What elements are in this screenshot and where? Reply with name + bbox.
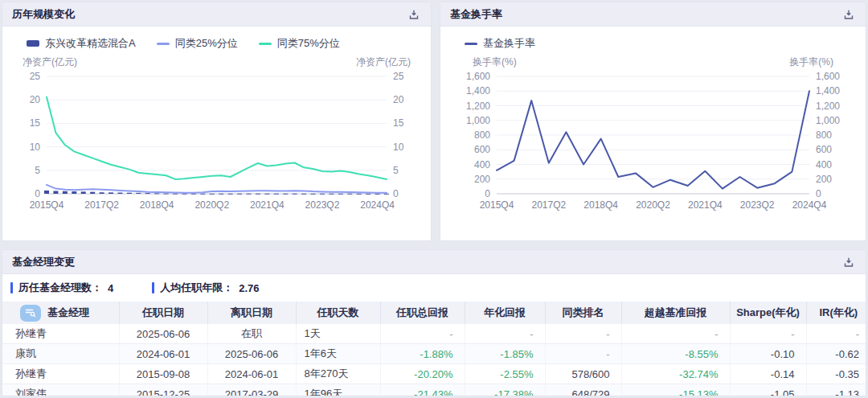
bar [329, 194, 334, 195]
legend-swatch-icon [465, 43, 477, 45]
table-row[interactable]: 刘家伟2015-12-252017-03-291年96天-21.43%-17.3… [2, 384, 866, 397]
y-tick-label: 600 [816, 144, 832, 155]
table-cell: -0.62 [806, 344, 866, 364]
table-cell: - [730, 324, 806, 344]
table-cell: - [545, 324, 621, 344]
download-button-turnover[interactable] [841, 7, 856, 22]
y-tick-label: 10 [393, 142, 404, 153]
bar [357, 194, 362, 195]
table-cell: 1年6天 [296, 344, 380, 364]
table-cell: 8年270天 [296, 364, 380, 384]
y-tick-label: 0 [35, 188, 40, 199]
table-head: 基金经理任职日期离职日期任职天数任职总回报年化回报同类排名超越基准回报Sharp… [2, 302, 866, 324]
panel-scale-body: 东兴改革精选混合A同类25%分位同类75%分位 净资产(亿元)净资产(亿元)00… [2, 27, 431, 226]
column-header: 任职天数 [296, 302, 380, 324]
table-cell: -1.13 [806, 384, 866, 397]
y-tick-label: 25 [393, 71, 404, 82]
y-tick-label: 5 [35, 165, 40, 176]
manager-stats: 历任基金经理数： 4 人均任职年限： 2.76 [2, 274, 866, 302]
table-cell: -15.13% [621, 384, 730, 397]
table-cell: -2.55% [465, 364, 545, 384]
panel-title-manager: 基金经理变更 [12, 255, 75, 269]
bar [154, 193, 159, 194]
bar [219, 194, 223, 195]
table-cell: -32.74% [621, 364, 730, 384]
x-tick-label: 2021Q4 [688, 199, 723, 211]
y-tick-label: 1,400 [816, 85, 840, 96]
y-tick-label: 400 [474, 159, 490, 170]
table-cell: - [545, 344, 621, 364]
bar [256, 194, 260, 195]
y-tick-label: 1,600 [816, 71, 840, 82]
table-cell: - [806, 324, 866, 344]
column-header: IR(年化) [806, 302, 866, 324]
table-cell: 578/600 [545, 364, 621, 384]
table-cell: 康凯 [2, 344, 119, 364]
legend-label: 基金换手率 [483, 36, 535, 51]
legend-item[interactable]: 基金换手率 [465, 36, 535, 51]
y-axis-name-right: 换手率(%) [789, 56, 833, 68]
legend-item[interactable]: 同类25%分位 [157, 36, 238, 51]
table-cell: - [465, 324, 545, 344]
table-cell: 2015-12-25 [119, 384, 207, 397]
bar [145, 193, 150, 194]
legend-swatch-icon [27, 40, 39, 47]
table-cell: 2025-06-06 [119, 324, 207, 344]
legend-label: 东兴改革精选混合A [45, 36, 136, 51]
y-tick-label: 600 [474, 144, 490, 155]
table-cell: 2024-06-01 [119, 344, 207, 364]
stat-value: 4 [108, 282, 113, 294]
bar [338, 194, 343, 195]
column-header: Sharpe(年化) [730, 302, 806, 324]
y-tick-label: 0 [816, 188, 821, 199]
y-tick-label: 1,200 [466, 101, 490, 112]
bar [72, 191, 76, 194]
table-cell: 648/729 [545, 384, 621, 397]
bar [384, 194, 389, 195]
y-tick-label: 20 [30, 94, 41, 105]
stat-accent-bar [10, 282, 13, 293]
column-header-label: 基金经理 [47, 306, 89, 320]
y-tick-label: 5 [393, 165, 399, 176]
y-tick-label: 10 [30, 142, 41, 153]
y-tick-label: 1,600 [466, 71, 490, 82]
table-body: 孙继青2025-06-06在职1天------康凯2024-06-012025-… [2, 324, 866, 396]
turnover-chart: 换手率(%)换手率(%)002002004004006006008008001,… [440, 52, 866, 223]
column-header: 任职日期 [119, 302, 207, 324]
panel-manager-changes: 基金经理变更 历任基金经理数： 4 人均任职年限： 2.76 基金 [2, 249, 866, 396]
table-cell: -20.20% [380, 364, 465, 384]
stat-avg-tenure: 人均任职年限： 2.76 [152, 281, 259, 295]
y-tick-label: 1,200 [816, 101, 840, 112]
y-tick-label: 0 [485, 188, 490, 199]
download-button-scale[interactable] [407, 7, 421, 22]
table-cell: 1天 [296, 324, 380, 344]
x-tick-label: 2024Q4 [792, 199, 827, 211]
y-tick-label: 400 [816, 159, 832, 170]
bar [117, 193, 122, 194]
y-axis-name-left: 净资产(亿元) [23, 56, 77, 68]
y-tick-label: 200 [474, 174, 490, 185]
y-tick-label: 20 [393, 94, 404, 105]
bar [44, 191, 49, 194]
download-button-manager[interactable] [841, 255, 856, 269]
table-cell: 在职 [207, 324, 296, 344]
column-header: 年化回报 [465, 302, 545, 324]
table-cell: 孙继青 [2, 364, 119, 384]
table-row[interactable]: 孙继青2025-06-06在职1天------ [2, 324, 866, 344]
bar [274, 194, 279, 195]
y-tick-label: 200 [816, 174, 832, 185]
x-tick-label: 2023Q2 [740, 199, 775, 211]
y-tick-label: 1,000 [816, 115, 840, 126]
table-row[interactable]: 孙继青2015-09-082024-06-018年270天-20.20%-2.5… [2, 364, 866, 384]
bar [375, 194, 380, 195]
table-cell: -1.85% [465, 344, 545, 364]
data-line [47, 185, 387, 193]
y-tick-label: 25 [30, 71, 41, 82]
table-row[interactable]: 康凯2024-06-012025-06-061年6天-1.88%-1.85%--… [2, 344, 866, 364]
bar [100, 192, 104, 194]
legend-item[interactable]: 东兴改革精选混合A [27, 36, 136, 51]
bar [136, 193, 141, 194]
legend-swatch-icon [157, 43, 170, 45]
y-axis-name-right: 净资产(亿元) [356, 56, 411, 68]
legend-item[interactable]: 同类75%分位 [259, 36, 340, 51]
